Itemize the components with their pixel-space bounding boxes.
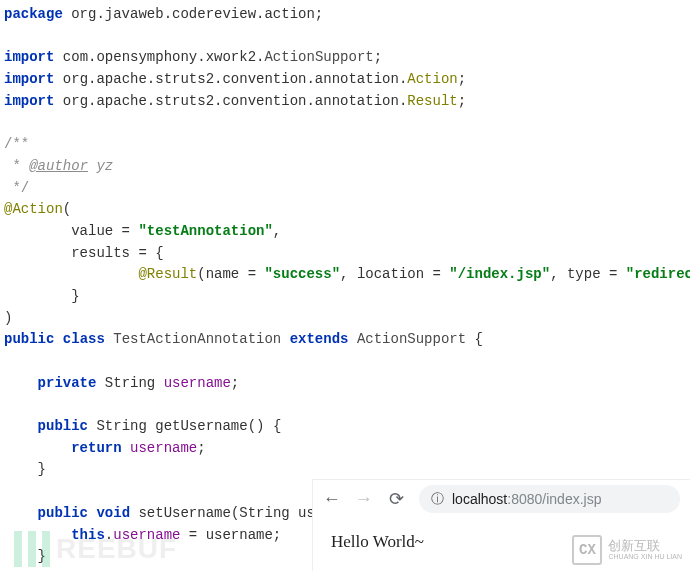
annotation-result: @Result — [138, 266, 197, 282]
watermark-text: REEBUF — [56, 533, 177, 565]
code-blank-line — [0, 351, 690, 373]
reload-icon[interactable]: ⟳ — [387, 488, 405, 510]
watermark-bars-icon — [14, 531, 50, 567]
keyword-import: import — [4, 71, 54, 87]
browser-toolbar: ← → ⟳ ⓘ localhost:8080/index.jsp — [313, 480, 690, 518]
code-line: results = { — [0, 243, 690, 265]
code-line: return username; — [0, 438, 690, 460]
keyword-return: return — [71, 440, 121, 456]
forward-icon[interactable]: → — [355, 489, 373, 509]
code-blank-line — [0, 26, 690, 48]
keyword-package: package — [4, 6, 63, 22]
code-line: } — [0, 286, 690, 308]
watermark-cx-text: 创新互联 CHUANG XIN HU LIAN — [608, 539, 682, 562]
code-line: @Result(name = "success", location = "/i… — [0, 264, 690, 286]
code-line: import org.apache.struts2.convention.ann… — [0, 69, 690, 91]
keyword-extends: extends — [281, 331, 357, 347]
javadoc-author-tag: @author — [29, 158, 88, 174]
back-icon[interactable]: ← — [323, 489, 341, 509]
keyword-import: import — [4, 49, 54, 65]
code-line: value = "testAnnotation", — [0, 221, 690, 243]
keyword-public: public — [4, 331, 54, 347]
code-blank-line — [0, 394, 690, 416]
code-line: ) — [0, 308, 690, 330]
code-line: private String username; — [0, 373, 690, 395]
info-icon[interactable]: ⓘ — [431, 490, 444, 508]
annotation-action: @Action — [4, 201, 63, 217]
address-bar[interactable]: ⓘ localhost:8080/index.jsp — [419, 485, 680, 513]
code-line: package org.javaweb.codereview.action; — [0, 4, 690, 26]
code-line: public String getUsername() { — [0, 416, 690, 438]
watermark-cx-icon: CX — [572, 535, 602, 565]
code-line: import com.opensymphony.xwork2.ActionSup… — [0, 47, 690, 69]
code-line: } — [0, 459, 690, 481]
url-text: localhost:8080/index.jsp — [452, 491, 601, 507]
code-line: public class TestActionAnnotation extend… — [0, 329, 690, 351]
watermark-cx: CX 创新互联 CHUANG XIN HU LIAN — [572, 535, 682, 565]
comment-line: * @author yz — [0, 156, 690, 178]
watermark-freebuf: REEBUF — [14, 531, 177, 567]
field-username: username — [164, 375, 231, 391]
keyword-import: import — [4, 93, 54, 109]
method-setusername: setUsername — [138, 505, 230, 521]
keyword-private: private — [38, 375, 97, 391]
code-blank-line — [0, 112, 690, 134]
code-line: @Action( — [0, 199, 690, 221]
method-getusername: getUsername — [155, 418, 247, 434]
comment-line: /** — [0, 134, 690, 156]
keyword-class: class — [54, 331, 113, 347]
class-name: TestActionAnnotation — [113, 331, 281, 347]
code-line: import org.apache.struts2.convention.ann… — [0, 91, 690, 113]
comment-line: */ — [0, 178, 690, 200]
